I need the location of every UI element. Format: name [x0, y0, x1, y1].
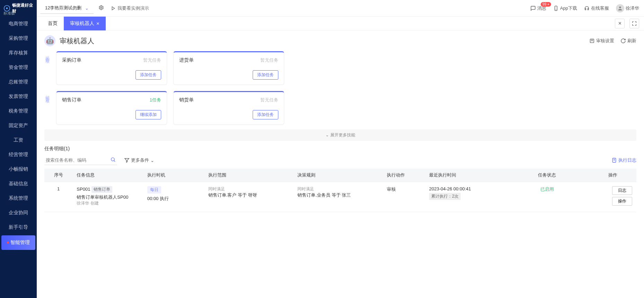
add-task-button[interactable]: 添加任务	[136, 70, 161, 80]
sidebar-item-label: 发票管理	[9, 93, 28, 100]
add-task-button[interactable]: 添加任务	[253, 110, 278, 119]
sidebar-item-label: 经营管理	[9, 152, 28, 158]
fullscreen-button[interactable]	[629, 19, 639, 28]
sidebar-item-tax[interactable]: 税务管理	[0, 104, 37, 118]
sidebar-item-ecommerce[interactable]: 电商管理	[0, 17, 37, 31]
user-menu[interactable]: 徐泽华	[616, 4, 639, 12]
tabs-right: ✕	[615, 19, 639, 28]
sidebar-item-system[interactable]: 系统管理	[0, 191, 37, 206]
svg-marker-3	[112, 7, 115, 10]
search-box	[44, 155, 117, 165]
sidebar-item-coop[interactable]: 企业协同	[0, 206, 37, 220]
search-input[interactable]	[44, 155, 117, 165]
add-task-button[interactable]: 添加任务	[253, 70, 278, 80]
refresh-label: 刷新	[627, 38, 636, 44]
exec-time: 00:00 执行	[147, 196, 200, 202]
sidebar-item-purchase[interactable]: 采购管理	[0, 31, 37, 46]
task-toolbar: 更多条件 ⌄ 执行日志	[37, 155, 644, 169]
svg-rect-4	[555, 6, 557, 10]
svg-point-10	[111, 158, 114, 161]
sidebar-item-invoice[interactable]: 发票管理	[0, 89, 37, 104]
close-all-button[interactable]: ✕	[615, 19, 625, 28]
svg-point-1	[6, 7, 8, 9]
log-icon	[611, 157, 617, 163]
card-sales-out: 销货单 暂无任务 添加任务	[173, 91, 284, 125]
expand-icon	[632, 21, 637, 26]
messages-badge: 99 +	[541, 2, 551, 7]
brand-edition: 标准版	[3, 11, 15, 16]
refresh-button[interactable]: 刷新	[620, 38, 636, 44]
refresh-icon	[620, 38, 626, 44]
tab-label: 首页	[48, 20, 58, 27]
col-timing: 执行时机	[143, 169, 204, 182]
cell-rule: 同时满足 销售订单.业务员 等于 张三	[293, 182, 383, 212]
sidebar-item-expense[interactable]: 小畅报销	[0, 162, 37, 177]
continue-add-button[interactable]: 继续添加	[136, 110, 161, 119]
phone-icon	[553, 6, 559, 11]
sidebar-item-asset[interactable]: 固定资产	[0, 118, 37, 133]
exec-log-button[interactable]: 执行日志	[611, 157, 636, 163]
expand-skills-button[interactable]: ⌄ 展开更多技能	[44, 129, 636, 141]
sidebar-item-ledger[interactable]: 总账管理	[0, 75, 37, 89]
tenant-selector[interactable]: 12李艳芬测试勿删 ⌄	[40, 3, 94, 14]
card-status: 暂无任务	[260, 57, 278, 63]
chevron-down-icon: ⌄	[150, 158, 154, 163]
tenant-name: 12李艳芬测试勿删	[45, 5, 81, 11]
log-button[interactable]: 日志	[612, 186, 632, 195]
sidebar-item-label: 智能管理	[10, 240, 30, 246]
play-icon	[110, 6, 116, 11]
page-header: 🤖 审核机器人 审核设置 刷新	[37, 30, 644, 51]
card-status: 1任务	[150, 97, 161, 103]
app-download-button[interactable]: App下载	[553, 5, 577, 11]
cell-status: 已启用	[505, 182, 589, 212]
more-filter-button[interactable]: 更多条件 ⌄	[124, 157, 154, 163]
sidebar-item-salary[interactable]: 工资	[0, 133, 37, 147]
card-status: 暂无任务	[260, 97, 278, 103]
sidebar-item-operation[interactable]: 经营管理	[0, 147, 37, 162]
tab-label: 审核机器人	[70, 20, 94, 27]
robot-icon: 🤖	[44, 35, 55, 46]
close-icon[interactable]: ×	[96, 20, 99, 26]
group-sales: 销售审核	[44, 91, 50, 125]
cell-action: 审核	[383, 182, 425, 212]
col-info: 任务信息	[72, 169, 143, 182]
demo-label: 我要看实例演示	[118, 5, 149, 11]
message-icon	[530, 6, 536, 11]
sidebar: 电商管理 采购管理 库存核算 资金管理 总账管理 发票管理 税务管理 固定资产 …	[0, 17, 37, 298]
messages-button[interactable]: 消息 99 +	[530, 5, 546, 11]
card-sales-order: 销售订单 1任务 继续添加	[56, 91, 167, 125]
last-exec-time: 2023-04-26 00:00:41	[429, 186, 501, 191]
sidebar-item-basic[interactable]: 基础信息	[0, 177, 37, 191]
top-right-tools: 消息 99 + App下载 在线客服 徐泽华	[530, 4, 639, 12]
sidebar-item-fund[interactable]: 资金管理	[0, 60, 37, 75]
tabs-bar: 首页 审核机器人 × ✕	[37, 17, 644, 30]
online-support-button[interactable]: 在线客服	[584, 5, 609, 11]
task-list-header: 任务明细(1)	[37, 141, 644, 155]
table-header-row: 序号 任务信息 执行时机 执行范围 决策规则 执行动作 最近执行时间 任务状态 …	[44, 169, 636, 182]
tab-audit-robot[interactable]: 审核机器人 ×	[64, 17, 106, 30]
sidebar-item-guide[interactable]: 新手引导	[0, 220, 37, 235]
app-download-label: App下载	[560, 5, 577, 11]
operate-button[interactable]: 操作	[612, 197, 632, 206]
gear-icon[interactable]	[98, 5, 104, 11]
avatar-icon	[616, 4, 624, 12]
task-type-tag: 销售订单	[92, 186, 112, 193]
demo-link[interactable]: 我要看实例演示	[110, 5, 149, 11]
main-panel: 首页 审核机器人 × ✕ 🤖 审核机器人 审核设置 刷新	[37, 17, 644, 298]
headset-icon	[584, 6, 590, 11]
tab-home[interactable]: 首页	[42, 17, 64, 30]
search-icon[interactable]	[110, 157, 116, 163]
more-filter-label: 更多条件	[131, 157, 149, 163]
svg-marker-12	[125, 159, 129, 162]
task-creator: 徐泽华 创建	[77, 200, 139, 206]
scope-rule: 销售订单.客户 等于 呀呀	[208, 192, 289, 198]
task-code: SP001	[77, 187, 90, 192]
card-purchase-order: 采购订单 暂无任务 添加任务	[56, 51, 167, 85]
sidebar-item-inventory[interactable]: 库存核算	[0, 46, 37, 60]
cell-last: 2023-04-26 00:00:41 累计执行：2次	[425, 182, 505, 212]
sidebar-item-ai[interactable]: 智能管理	[1, 235, 35, 250]
audit-settings-button[interactable]: 审核设置	[589, 38, 614, 44]
skill-cards: 采购审核 采购订单 暂无任务 添加任务 进货单 暂无任务 添加任务	[37, 51, 644, 125]
dot-icon	[7, 242, 9, 244]
user-name: 徐泽华	[626, 5, 639, 11]
